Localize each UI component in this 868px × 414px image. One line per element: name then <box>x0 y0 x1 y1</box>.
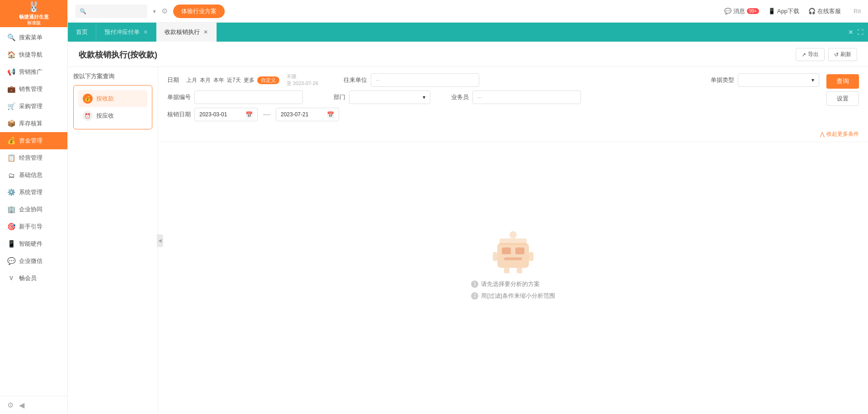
svg-rect-3 <box>504 257 522 260</box>
refresh-button[interactable]: ↺ 刷新 <box>828 48 857 61</box>
member-icon: V <box>7 275 15 281</box>
date-last-month[interactable]: 上月 <box>186 76 197 84</box>
doc-type-select[interactable]: ▾ <box>738 73 819 87</box>
user-name[interactable]: Rit <box>854 8 861 14</box>
tabbar: 首页 预付冲应付单 ✕ 收款核销执行 ✕ ✕ ⛶ <box>68 23 868 42</box>
verify-date-end[interactable]: 2023-07-21 📅 <box>276 108 339 121</box>
date-7days[interactable]: 近7天 <box>227 76 241 84</box>
date-this-year[interactable]: 本年 <box>213 76 224 84</box>
counterpart-group: 往来单位 ··· <box>344 73 690 87</box>
filter-panel: 按以下方案查询 💰 按收款 ⏰ 按应收 ◀ <box>68 67 158 414</box>
filter-collapse-btn[interactable]: ◀ <box>157 234 163 247</box>
doc-type-chevron: ▾ <box>811 77 814 83</box>
sidebar-item-sales[interactable]: 💼 销售管理 <box>0 81 67 98</box>
tab-prepayment-close-icon[interactable]: ✕ <box>143 29 148 35</box>
doc-number-input[interactable] <box>194 90 303 104</box>
date-quick-links: 上月 本月 本年 近7天 更多 自定义 <box>186 76 279 84</box>
sidebar-item-inventory[interactable]: 📦 库存核算 <box>0 115 67 132</box>
sidebar-menu: 🔍 搜索菜单 🏠 快捷导航 📢 营销推广 💼 销售管理 🛒 采购管理 📦 库存核… <box>0 27 67 396</box>
sidebar-item-member[interactable]: V 畅会员 <box>0 270 67 287</box>
sidebar-item-quick-nav[interactable]: 🏠 快捷导航 <box>0 46 67 63</box>
query-button[interactable]: 查询 <box>826 74 859 89</box>
tab-prepayment-label: 预付冲应付单 <box>104 28 140 36</box>
date-unlimited-text: 不限 <box>287 73 318 80</box>
empty-illustration <box>488 229 538 275</box>
filter-by-receipt[interactable]: 💰 按收款 <box>78 90 147 107</box>
app-download-link[interactable]: 📱 App下载 <box>768 7 799 15</box>
dept-select[interactable]: ▾ <box>349 90 430 104</box>
sidebar-label-operation: 经营管理 <box>19 154 42 162</box>
sidebar-item-operation[interactable]: 📋 经营管理 <box>0 149 67 167</box>
svg-rect-2 <box>515 247 524 254</box>
sidebar-item-search-menu[interactable]: 🔍 搜索菜单 <box>0 29 67 46</box>
counterpart-label: 往来单位 <box>344 76 367 84</box>
purchase-icon: 🛒 <box>7 102 15 110</box>
filter-row-2: 单据编号 部门 ▾ <box>167 90 819 104</box>
date-this-month[interactable]: 本月 <box>200 76 211 84</box>
topbar-search[interactable]: 🔍 <box>75 5 147 18</box>
sidebar-item-enterprise[interactable]: 🏢 企业协同 <box>0 201 67 218</box>
sidebar-bottom: ⚙ ◀ <box>0 396 67 414</box>
sidebar-item-wechat[interactable]: 💬 企业微信 <box>0 252 67 270</box>
verify-start-text: 2023-03-01 <box>199 111 227 118</box>
tab-close-all-icon[interactable]: ✕ <box>848 29 854 36</box>
tab-prepayment[interactable]: 预付冲应付单 ✕ <box>96 23 156 42</box>
service-icon: 🎧 <box>808 8 816 14</box>
collapse-label: 收起更多条件 <box>826 130 859 138</box>
svg-rect-1 <box>502 247 511 254</box>
sidebar-label-guide: 新手引导 <box>19 223 42 231</box>
topbar-dropdown-icon[interactable]: ▾ <box>153 8 156 15</box>
filter-receivable-label: 按应收 <box>96 112 114 120</box>
logo-text: 畅捷通好生意 <box>19 14 49 20</box>
doc-number-group: 单据编号 <box>167 90 303 104</box>
topbar-gear-icon[interactable]: ⚙ <box>161 7 168 15</box>
tab-collection-close-icon[interactable]: ✕ <box>203 29 208 35</box>
setting-button[interactable]: 设置 <box>826 91 859 106</box>
sidebar-collapse-icon[interactable]: ◀ <box>19 401 24 409</box>
enterprise-icon: 🏢 <box>7 205 15 214</box>
verify-date-start[interactable]: 2023-03-01 📅 <box>194 108 258 121</box>
finance-icon: 💰 <box>7 137 15 145</box>
date-row: 日期 上月 本月 本年 近7天 更多 自定义 <box>167 73 819 87</box>
main-area: 🔍 ▾ ⚙ 体验行业方案 💬 消息 99+ 📱 App下载 🎧 在线客服 Rit <box>68 0 868 414</box>
sidebar-item-guide[interactable]: 🎯 新手引导 <box>0 218 67 235</box>
date-custom-tag[interactable]: 自定义 <box>257 76 279 84</box>
filter-row-1: 日期 上月 本月 本年 近7天 更多 自定义 <box>167 73 859 125</box>
sidebar-item-finance[interactable]: 💰 资金管理 <box>0 132 67 149</box>
tab-expand-icon[interactable]: ⛶ <box>857 29 863 36</box>
tip-num-2: 2 <box>471 292 478 300</box>
sidebar-item-base[interactable]: 🗂 基础信息 <box>0 167 67 184</box>
sidebar-item-hardware[interactable]: 📱 智能硬件 <box>0 235 67 252</box>
filter-area: 日期 上月 本月 本年 近7天 更多 自定义 <box>158 67 868 142</box>
doc-type-group: 单据类型 ▾ <box>711 73 819 87</box>
verify-date-label: 核销日期 <box>167 110 191 119</box>
sidebar-label-wechat: 企业微信 <box>19 257 42 265</box>
settings-icon[interactable]: ⚙ <box>7 401 14 409</box>
date-separator: — <box>263 110 270 119</box>
msg-label: 消息 <box>733 7 745 15</box>
refresh-icon: ↺ <box>834 52 839 58</box>
sidebar-label-inventory: 库存核算 <box>19 119 42 128</box>
sidebar-item-marketing[interactable]: 📢 营销推广 <box>0 63 67 81</box>
solution-button[interactable]: 体验行业方案 <box>173 5 225 18</box>
sidebar-item-purchase[interactable]: 🛒 采购管理 <box>0 98 67 115</box>
svg-rect-6 <box>504 268 509 273</box>
filter-by-receivable[interactable]: ⏰ 按应收 <box>78 107 147 124</box>
date-more[interactable]: 更多 <box>244 76 255 84</box>
tab-collection[interactable]: 收款核销执行 ✕ <box>156 23 217 42</box>
message-icon[interactable]: 💬 消息 99+ <box>724 7 759 15</box>
tab-collection-label: 收款核销执行 <box>165 28 200 36</box>
staff-label: 业务员 <box>451 93 469 101</box>
content-area: 收款核销执行(按收款) ↗ 导出 ↺ 刷新 按以下方案查询 <box>68 42 868 414</box>
tip-num-1: 1 <box>471 281 478 288</box>
sidebar-item-system[interactable]: ⚙️ 系统管理 <box>0 184 67 201</box>
staff-group: 业务员 ··· <box>451 90 581 104</box>
counterpart-input[interactable]: ··· <box>371 73 479 87</box>
tab-home[interactable]: 首页 <box>68 23 96 42</box>
sidebar-label-marketing: 营销推广 <box>19 68 42 76</box>
staff-input[interactable]: ··· <box>472 90 581 104</box>
export-button[interactable]: ↗ 导出 <box>796 48 825 61</box>
collapse-more-btn[interactable]: ⋀ 收起更多条件 <box>167 130 859 138</box>
online-service-link[interactable]: 🎧 在线客服 <box>808 7 841 15</box>
filter-row-1-left: 日期 上月 本月 本年 近7天 更多 自定义 <box>167 73 819 125</box>
